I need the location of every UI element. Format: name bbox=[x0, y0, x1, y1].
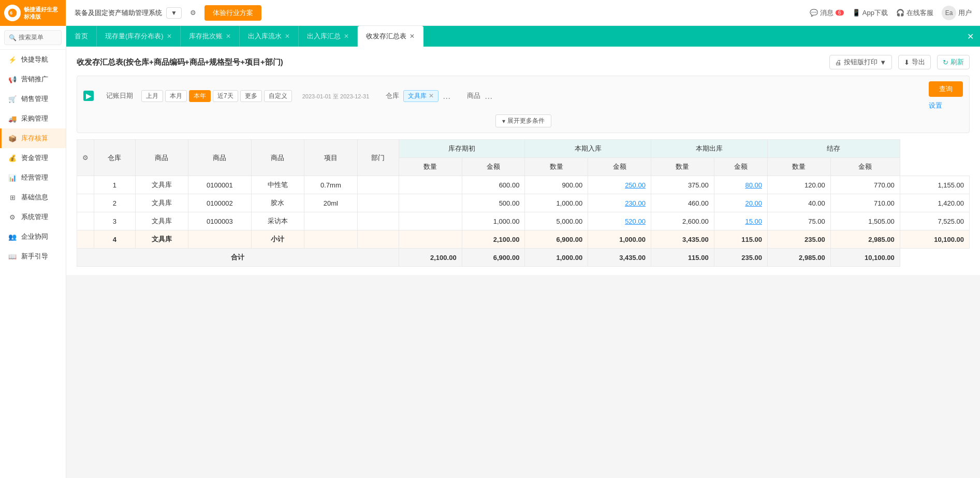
sidebar-item-system[interactable]: ⚙ 系统管理 bbox=[0, 207, 66, 227]
truck-icon: 🚚 bbox=[8, 114, 17, 123]
row-out-qty[interactable]: 15.00 bbox=[714, 212, 767, 230]
sidebar-item-finance[interactable]: 💰 资金管理 bbox=[0, 148, 66, 168]
row-project bbox=[357, 194, 399, 212]
chevron-down-icon: ▼ bbox=[880, 59, 886, 66]
row-in-qty[interactable]: 250.00 bbox=[588, 176, 651, 194]
sidebar-item-sales[interactable]: 🛒 销售管理 bbox=[0, 89, 66, 109]
tab-home[interactable]: 首页 bbox=[66, 26, 97, 47]
query-button[interactable]: 查询 bbox=[929, 81, 963, 97]
tab-batch[interactable]: 库存批次账 ✕ bbox=[181, 26, 240, 47]
table-settings-icon[interactable]: ⚙ bbox=[82, 154, 89, 162]
footer-in-amt: 3,435.00 bbox=[588, 249, 651, 267]
tab-inout-flow-label: 出入库流水 bbox=[248, 32, 282, 41]
tab-io-summary-close[interactable]: ✕ bbox=[409, 33, 415, 40]
date-last-month[interactable]: 上月 bbox=[141, 90, 163, 102]
row-open-qty: 2,100.00 bbox=[462, 230, 525, 249]
sidebar-nav: ⚡ 快捷导航 📢 营销推广 🛒 销售管理 🚚 采购管理 📦 库存核算 💰 资金管… bbox=[0, 50, 66, 478]
row-close-qty: 770.00 bbox=[830, 176, 900, 194]
tab-batch-close[interactable]: ✕ bbox=[226, 33, 231, 40]
expand-icon[interactable]: ▶ bbox=[83, 91, 94, 101]
message-icon: 💬 bbox=[810, 9, 818, 17]
page-header: 收发存汇总表(按仓库+商品编码+商品+规格型号+项目+部门) 🖨 按钮版打印 ▼… bbox=[77, 55, 970, 69]
tab-io-summary[interactable]: 收发存汇总表 ✕ bbox=[358, 26, 423, 47]
headset-icon: 🎧 bbox=[896, 9, 904, 17]
tab-stock-dist[interactable]: 现存量(库存分布表) ✕ bbox=[97, 26, 181, 47]
th-period-in: 本期入库 bbox=[525, 140, 651, 158]
row-in-qty[interactable]: 520.00 bbox=[588, 212, 651, 230]
message-item[interactable]: 💬 消息 6 bbox=[810, 8, 844, 18]
row-close-qty: 710.00 bbox=[830, 194, 900, 212]
row-spec bbox=[304, 230, 357, 249]
sidebar-item-operation[interactable]: 📊 经营管理 bbox=[0, 168, 66, 187]
row-dept bbox=[399, 176, 462, 194]
tabbar-close-button[interactable]: ✕ bbox=[961, 32, 980, 41]
sidebar-item-guide[interactable]: 📖 新手引导 bbox=[0, 247, 66, 266]
th-closing: 结存 bbox=[767, 140, 900, 158]
tab-stock-dist-close[interactable]: ✕ bbox=[167, 33, 172, 40]
row-open-amt: 6,900.00 bbox=[525, 230, 588, 249]
goods-more[interactable]: ... bbox=[485, 91, 492, 102]
date-7days[interactable]: 近7天 bbox=[213, 90, 238, 102]
th-close-amt: 金额 bbox=[830, 158, 900, 176]
topbar-settings-icon[interactable]: ⚙ bbox=[186, 6, 200, 20]
grid-icon: ⊞ bbox=[8, 193, 17, 202]
row-project bbox=[357, 212, 399, 230]
message-badge: 6 bbox=[836, 10, 844, 16]
filter-bar: ▶ 记账日期 上月 本月 本年 近7天 更多 自定义 2023-01-01 至 … bbox=[77, 76, 970, 133]
sidebar-item-label: 快捷导航 bbox=[21, 55, 48, 64]
topbar: 装备及固定资产辅助管理系统 ▼ ⚙ 体验行业方案 💬 消息 6 📱 App下载 … bbox=[66, 0, 980, 26]
row-spec: 20ml bbox=[304, 194, 357, 212]
sidebar-item-cooperation[interactable]: 👥 企业协同 bbox=[0, 227, 66, 247]
warehouse-tag-close[interactable]: ✕ bbox=[429, 92, 434, 99]
th-settings[interactable]: ⚙ bbox=[77, 140, 94, 176]
row-close-amt: 10,100.00 bbox=[900, 230, 969, 249]
refresh-button[interactable]: ↻ 刷新 bbox=[937, 55, 970, 69]
tab-inout-summary-close[interactable]: ✕ bbox=[344, 33, 349, 40]
date-this-month[interactable]: 本月 bbox=[165, 90, 187, 102]
row-open-qty: 500.00 bbox=[462, 194, 525, 212]
tab-inout-summary[interactable]: 出入库汇总 ✕ bbox=[299, 26, 358, 47]
footer-open-qty: 2,100.00 bbox=[399, 249, 462, 267]
warehouse-more[interactable]: ... bbox=[443, 91, 450, 102]
export-button[interactable]: ⬇ 导出 bbox=[898, 55, 931, 69]
filter-settings-link[interactable]: 设置 bbox=[929, 101, 942, 110]
sidebar-item-marketing[interactable]: 📢 营销推广 bbox=[0, 69, 66, 89]
date-custom[interactable]: 自定义 bbox=[264, 90, 292, 102]
row-warehouse: 文具库 bbox=[135, 212, 188, 230]
row-out-qty[interactable]: 20.00 bbox=[714, 194, 767, 212]
user-label: 用户 bbox=[958, 8, 972, 18]
export-icon: ⬇ bbox=[904, 59, 910, 66]
sidebar-item-quick[interactable]: ⚡ 快捷导航 bbox=[0, 50, 66, 69]
app-download-item[interactable]: 📱 App下载 bbox=[852, 8, 888, 18]
tab-inout-flow[interactable]: 出入库流水 ✕ bbox=[240, 26, 299, 47]
refresh-label: 刷新 bbox=[950, 57, 964, 67]
user-item[interactable]: Ea 用户 bbox=[942, 6, 972, 20]
try-button[interactable]: 体验行业方案 bbox=[204, 5, 261, 21]
search-menu-button[interactable]: 🔍 搜索菜单 bbox=[4, 30, 62, 45]
row-out-amt: 120.00 bbox=[767, 176, 830, 194]
logo-icon: 6 bbox=[4, 5, 21, 21]
expand-more-button[interactable]: ▾ 展开更多条件 bbox=[495, 114, 551, 127]
tab-home-label: 首页 bbox=[75, 32, 88, 41]
phone-icon: 📱 bbox=[852, 9, 860, 17]
footer-close-amt: 10,100.00 bbox=[830, 249, 900, 267]
date-this-year[interactable]: 本年 bbox=[189, 90, 211, 102]
row-open-amt: 5,000.00 bbox=[525, 212, 588, 230]
online-service-item[interactable]: 🎧 在线客服 bbox=[896, 8, 933, 18]
date-more[interactable]: 更多 bbox=[240, 90, 262, 102]
row-out-qty[interactable]: 80.00 bbox=[714, 176, 767, 194]
sidebar-item-purchase[interactable]: 🚚 采购管理 bbox=[0, 109, 66, 128]
search-menu-label: 搜索菜单 bbox=[19, 33, 43, 42]
tab-inout-flow-close[interactable]: ✕ bbox=[285, 33, 290, 40]
row-out-amt: 75.00 bbox=[767, 212, 830, 230]
row-no: 2 bbox=[94, 194, 136, 212]
system-dropdown[interactable]: ▼ bbox=[166, 7, 182, 19]
row-name: 采访本 bbox=[251, 212, 304, 230]
th-spec: 商品 bbox=[251, 140, 304, 176]
warehouse-tag[interactable]: 文具库 ✕ bbox=[403, 90, 438, 102]
print-button[interactable]: 🖨 按钮版打印 ▼ bbox=[829, 55, 892, 69]
sidebar-item-inventory[interactable]: 📦 库存核算 bbox=[0, 128, 66, 148]
th-in-qty: 数量 bbox=[525, 158, 588, 176]
sidebar-item-basic[interactable]: ⊞ 基础信息 bbox=[0, 187, 66, 207]
row-in-qty[interactable]: 230.00 bbox=[588, 194, 651, 212]
